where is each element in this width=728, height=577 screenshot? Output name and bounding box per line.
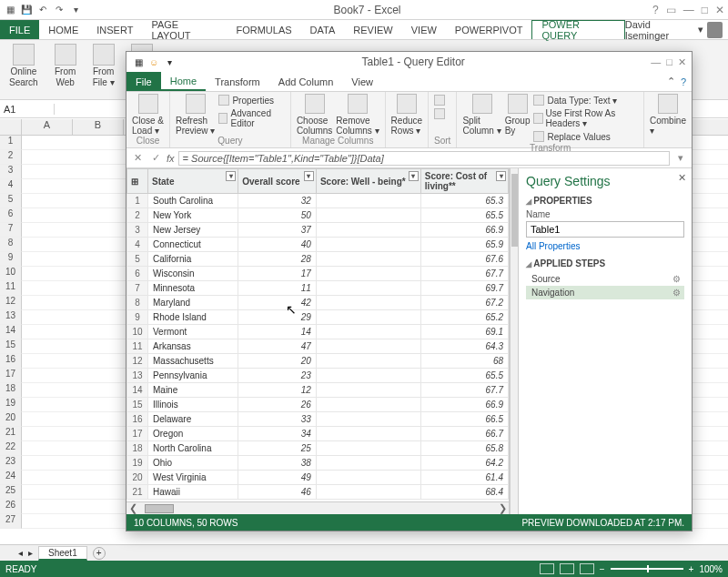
table-row[interactable]: 4Connecticut4065.9 <box>127 238 509 252</box>
cell[interactable] <box>316 194 420 208</box>
row-header[interactable]: 27 <box>0 514 22 529</box>
col-header-a[interactable]: A <box>22 119 73 135</box>
view-pagebreak-icon[interactable] <box>580 563 594 574</box>
combine-button[interactable]: Combine ▾ <box>650 94 686 136</box>
cell[interactable]: 65.5 <box>420 369 508 383</box>
qe-close-icon[interactable]: ✕ <box>678 56 686 68</box>
sort-asc-button[interactable] <box>434 94 445 106</box>
cell[interactable] <box>316 281 420 296</box>
cell[interactable]: 66.9 <box>420 223 508 238</box>
row-header[interactable]: 24 <box>0 471 22 485</box>
cell[interactable]: Maine <box>147 383 238 398</box>
table-row[interactable]: 14Maine1267.7 <box>127 383 509 398</box>
cell[interactable]: 65.9 <box>420 238 508 252</box>
zoom-in-icon[interactable]: + <box>689 564 694 574</box>
qe-tab-view[interactable]: View <box>342 72 382 91</box>
cell[interactable]: 20 <box>238 354 317 369</box>
cell[interactable]: 66.7 <box>420 427 508 441</box>
row-header[interactable]: 11 <box>0 281 22 296</box>
scroll-thumb[interactable] <box>511 174 518 247</box>
table-row[interactable]: 17Oregon3466.7 <box>127 427 509 441</box>
select-all-corner[interactable] <box>0 119 22 135</box>
row-header[interactable]: 7 <box>0 223 22 238</box>
cell[interactable]: Wisconsin <box>147 267 238 281</box>
all-properties-link[interactable]: All Properties <box>526 241 580 251</box>
zoom-out-icon[interactable]: − <box>600 564 605 574</box>
table-row[interactable]: 3New Jersey3766.9 <box>127 223 509 238</box>
cell[interactable]: 67.7 <box>420 383 508 398</box>
cell[interactable] <box>316 354 420 369</box>
cell[interactable]: Vermont <box>147 325 238 339</box>
cell[interactable]: 49 <box>238 471 317 485</box>
row-header[interactable]: 8 <box>0 238 22 252</box>
table-row[interactable]: 7Minnesota1169.7 <box>127 281 509 296</box>
row-number[interactable]: 10 <box>127 325 148 339</box>
sheet-nav-prev-icon[interactable]: ◂ <box>18 548 23 558</box>
cell[interactable]: South Carolina <box>147 194 238 208</box>
cell[interactable]: 50 <box>238 208 317 223</box>
cell[interactable]: 66.5 <box>420 412 508 427</box>
cell[interactable]: 23 <box>238 369 317 383</box>
cell[interactable]: 47 <box>238 339 317 354</box>
row-header[interactable]: 23 <box>0 456 22 471</box>
step-navigation[interactable]: Navigation⚙ <box>526 286 684 299</box>
tab-powerpivot[interactable]: POWERPIVOT <box>446 20 532 39</box>
formula-cancel-icon[interactable]: ✕ <box>130 152 145 164</box>
row-number[interactable]: 11 <box>127 339 148 354</box>
applied-steps-header[interactable]: APPLIED STEPS <box>526 258 684 268</box>
cell[interactable]: Ohio <box>147 456 238 471</box>
cell[interactable]: 34 <box>238 427 317 441</box>
qe-tab-add-column[interactable]: Add Column <box>269 72 343 91</box>
cell[interactable]: Oregon <box>147 427 238 441</box>
cell[interactable]: Hawaii <box>147 485 238 500</box>
cell[interactable] <box>316 456 420 471</box>
cell[interactable] <box>316 325 420 339</box>
qe-tab-home[interactable]: Home <box>161 72 206 91</box>
cell[interactable]: 25 <box>238 441 317 456</box>
cell[interactable] <box>316 238 420 252</box>
data-type-button[interactable]: Data Type: Text ▾ <box>533 94 638 106</box>
cell[interactable]: Pennsylvania <box>147 369 238 383</box>
cell[interactable]: 46 <box>238 485 317 500</box>
view-layout-icon[interactable] <box>560 563 574 574</box>
tab-home[interactable]: HOME <box>39 20 87 39</box>
cell[interactable]: 26 <box>238 398 317 412</box>
qe-qat-dropdown-icon[interactable]: ▾ <box>163 56 176 68</box>
gear-icon[interactable]: ⚙ <box>672 274 681 284</box>
cell[interactable]: 67.6 <box>420 252 508 267</box>
row-header[interactable]: 15 <box>0 339 22 354</box>
sheet-nav-next-icon[interactable]: ▸ <box>28 548 33 558</box>
table-row[interactable]: 19Ohio3864.2 <box>127 456 509 471</box>
table-row[interactable]: 9Rhode Island2965.2 <box>127 310 509 325</box>
cell[interactable]: North Carolina <box>147 441 238 456</box>
cell[interactable] <box>316 296 420 310</box>
row-number[interactable]: 7 <box>127 281 148 296</box>
cell[interactable]: 29 <box>238 310 317 325</box>
help-icon[interactable]: ? <box>652 4 659 16</box>
cell[interactable]: New York <box>147 208 238 223</box>
table-row[interactable]: 11Arkansas4764.3 <box>127 339 509 354</box>
redo-icon[interactable]: ↷ <box>53 4 66 16</box>
row-header[interactable]: 4 <box>0 179 22 194</box>
filter-dropdown-icon[interactable]: ▾ <box>496 171 506 181</box>
row-header-corner[interactable]: ⊞ <box>127 169 148 194</box>
row-header[interactable]: 14 <box>0 325 22 339</box>
ribbon-from-file[interactable]: FromFile ▾ <box>87 42 120 97</box>
cell[interactable]: 69.7 <box>420 281 508 296</box>
cell[interactable]: California <box>147 252 238 267</box>
step-source[interactable]: Source⚙ <box>526 272 684 286</box>
row-number[interactable]: 18 <box>127 441 148 456</box>
cell[interactable]: 69.1 <box>420 325 508 339</box>
formula-expand-icon[interactable]: ▾ <box>673 152 688 164</box>
cell[interactable]: 38 <box>238 456 317 471</box>
row-number[interactable]: 4 <box>127 238 148 252</box>
row-header[interactable]: 9 <box>0 252 22 267</box>
cell[interactable]: Connecticut <box>147 238 238 252</box>
sort-desc-button[interactable] <box>434 107 445 120</box>
qe-collapse-ribbon-icon[interactable]: ⌃ <box>667 76 675 87</box>
row-header[interactable]: 19 <box>0 398 22 412</box>
scroll-left-icon[interactable]: ❮ <box>126 502 139 514</box>
reduce-rows-button[interactable]: Reduce Rows ▾ <box>391 94 422 136</box>
close-icon[interactable]: ✕ <box>715 4 724 16</box>
row-header[interactable]: 17 <box>0 369 22 383</box>
